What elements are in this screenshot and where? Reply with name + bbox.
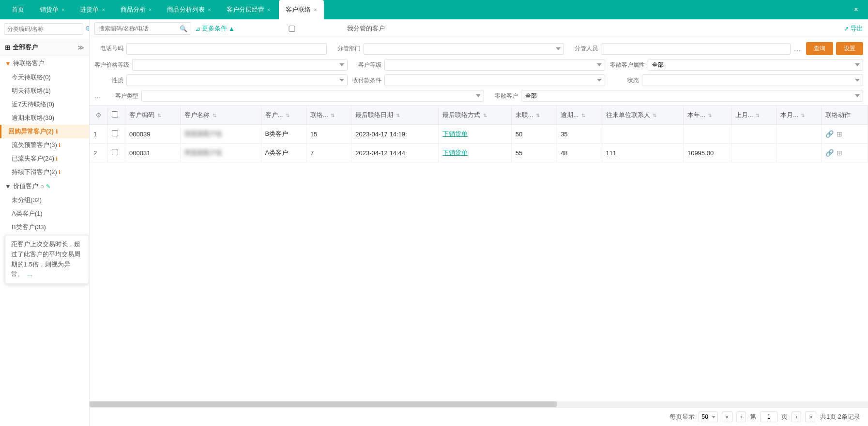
my-customers-check[interactable] <box>239 26 345 32</box>
more-dots-icon[interactable]: ... <box>94 91 101 100</box>
phone-input[interactable] <box>126 43 327 55</box>
cell-overdue-1: 35 <box>557 125 602 144</box>
next-page-button[interactable]: › <box>792 411 801 422</box>
close-purchase-tab[interactable]: × <box>102 7 105 13</box>
status-select[interactable] <box>642 74 863 86</box>
cell-uncontacted-2: 55 <box>511 144 556 162</box>
prev-page-button[interactable]: ‹ <box>736 411 746 422</box>
sidebar-item-declining[interactable]: 持续下滑客户(2) ℹ <box>0 165 89 179</box>
qr-icon-1[interactable]: ⊞ <box>837 130 842 138</box>
collapse-icon[interactable]: ≫ <box>77 44 84 51</box>
contact-icon-1[interactable]: 🔗 <box>825 130 834 138</box>
nav-tab-analysis[interactable]: 商品分析 × <box>114 0 158 19</box>
sort-icon-last-date[interactable]: ⇅ <box>396 113 400 118</box>
settings-button[interactable]: 设置 <box>836 42 863 55</box>
export-button[interactable]: ↗ 导出 <box>844 24 863 33</box>
close-all-button[interactable]: × <box>849 5 863 14</box>
cell-unit-contact-2: 111 <box>602 144 683 162</box>
customer-type-field: 客户类型 <box>109 90 484 102</box>
sort-icon-unit-contact[interactable]: ⇅ <box>653 113 656 118</box>
more-conditions-btn[interactable]: ⊿ 更多条件 ▲ <box>195 24 235 33</box>
sidebar-item-today[interactable]: 今天待联络(0) <box>0 71 89 84</box>
customer-level-field: 客户等级 <box>352 59 606 71</box>
sort-icon-uncontacted[interactable]: ⇅ <box>536 113 540 118</box>
retail-attr-select[interactable]: 全部 <box>648 59 863 71</box>
close-analysis-tab[interactable]: × <box>149 7 152 13</box>
sidebar-item-lost-pre[interactable]: 流失预警客户(3) ℹ <box>0 138 89 152</box>
nav-tab-home[interactable]: 首页 <box>5 0 31 19</box>
sidebar-item-ungroup[interactable]: 未分组(32) <box>0 193 89 207</box>
sort-icon-code[interactable]: ⇅ <box>157 113 161 118</box>
payment-select[interactable] <box>384 74 606 86</box>
select-all-checkbox[interactable] <box>112 111 118 118</box>
sort-icon-type[interactable]: ⇅ <box>286 113 289 118</box>
nav-tab-analysis-list[interactable]: 商品分析列表 × <box>160 0 217 19</box>
last-page-button[interactable]: » <box>805 411 816 422</box>
sort-icon-last-method[interactable]: ⇅ <box>483 113 487 118</box>
dept-field: 分管部门 <box>332 43 564 55</box>
edit-icon[interactable]: ✎ <box>46 183 50 190</box>
table-header-row: ⚙ 客户编码 ⇅ 客户名称 ⇅ <box>90 106 868 125</box>
sidebar-item-week[interactable]: 近7天待联络(0) <box>0 98 89 111</box>
horizontal-scrollbar[interactable] <box>90 401 868 407</box>
search-input[interactable] <box>94 22 191 35</box>
customer-type-select[interactable] <box>141 90 484 102</box>
close-analysis-list-tab[interactable]: × <box>208 7 211 13</box>
radio-icon[interactable]: ○ <box>40 183 44 190</box>
sort-icon-name[interactable]: ⇅ <box>213 113 216 118</box>
sidebar-item-tomorrow[interactable]: 明天待联络(1) <box>0 84 89 98</box>
tooltip-more[interactable]: ... <box>27 270 32 278</box>
action-group-1: 🔗 ⊞ <box>825 130 864 138</box>
info-icon[interactable]: ℹ <box>56 129 58 135</box>
nav-tab-sales[interactable]: 销货单 × <box>33 0 71 19</box>
my-customers-checkbox[interactable]: 我分管的客户 <box>239 24 385 33</box>
last-method-link-1[interactable]: 下销货单 <box>442 130 468 137</box>
manager-input[interactable] <box>601 43 791 55</box>
row-checkbox-1[interactable] <box>112 130 118 136</box>
price-level-select[interactable] <box>132 59 348 71</box>
sort-icon-overdue[interactable]: ⇅ <box>581 113 585 118</box>
row-checkbox-2[interactable] <box>112 149 118 155</box>
contact-icon-2[interactable]: 🔗 <box>825 149 834 157</box>
manager-field: 分管人员 … <box>569 43 801 55</box>
page-input[interactable] <box>760 411 777 422</box>
nav-tab-purchase[interactable]: 进货单 × <box>73 0 111 19</box>
sort-icon-current-month[interactable]: ⇅ <box>801 113 805 118</box>
gender-select[interactable] <box>126 74 348 86</box>
nav-tab-customer-tier[interactable]: 客户分层经营 × <box>220 0 277 19</box>
th-contact-count: 联络... ⇅ <box>306 106 351 125</box>
last-method-link-2[interactable]: 下销货单 <box>442 149 468 156</box>
cell-last-date-1: 2023-04-17 14:19: <box>351 125 439 144</box>
cell-name-1: 张某某客户名 <box>181 125 261 144</box>
cell-code-1: 000039 <box>125 125 181 144</box>
search-icon-filter[interactable]: 🔍 <box>180 25 187 32</box>
sidebar-item-overdue[interactable]: 逾期未联络(30) <box>0 111 89 125</box>
value-group-header[interactable]: ▼ 价值客户 ○ ✎ <box>0 179 89 193</box>
nav-tab-customer-contact[interactable]: 客户联络 × <box>279 0 323 19</box>
sort-icon-contact-count[interactable]: ⇅ <box>331 113 335 118</box>
table-row: 1 000039 张某某客户名 B类客户 15 2023-04-17 14:19… <box>90 125 868 144</box>
manager-more-icon[interactable]: … <box>793 44 801 53</box>
column-settings-button[interactable]: ⚙ <box>93 111 104 119</box>
query-button[interactable]: 查询 <box>806 42 833 55</box>
sidebar-search-icon[interactable]: 🔍 <box>85 26 90 33</box>
dept-select[interactable] <box>364 43 564 55</box>
close-customer-tier-tab[interactable]: × <box>267 7 270 13</box>
close-customer-contact-tab[interactable]: × <box>314 7 317 13</box>
sort-icon-current-year[interactable]: ⇅ <box>708 113 712 118</box>
retail-customer-select[interactable]: 全部 <box>521 90 863 102</box>
per-page-select[interactable]: 50 <box>699 411 718 422</box>
first-page-button[interactable]: « <box>722 411 733 422</box>
customer-level-select[interactable] <box>384 59 606 71</box>
cell-last-date-2: 2023-04-12 14:44: <box>351 144 439 162</box>
sidebar-item-b-class[interactable]: B类客户(33) <box>0 220 89 234</box>
qr-icon-2[interactable]: ⊞ <box>837 149 842 157</box>
sidebar-item-lost[interactable]: 已流失客户(24) ℹ <box>0 152 89 165</box>
sort-icon-last-month[interactable]: ⇅ <box>756 113 760 118</box>
sidebar-search-input[interactable] <box>4 23 83 35</box>
close-sales-tab[interactable]: × <box>61 7 64 13</box>
pending-contact-group[interactable]: ▼ 待联络客户 <box>0 56 89 71</box>
sidebar-item-repurchase-abnormal[interactable]: 回购异常客户(2) ℹ <box>0 125 89 138</box>
sidebar-item-a-class[interactable]: A类客户(1) <box>0 207 89 220</box>
scroll-thumb[interactable] <box>90 401 557 407</box>
